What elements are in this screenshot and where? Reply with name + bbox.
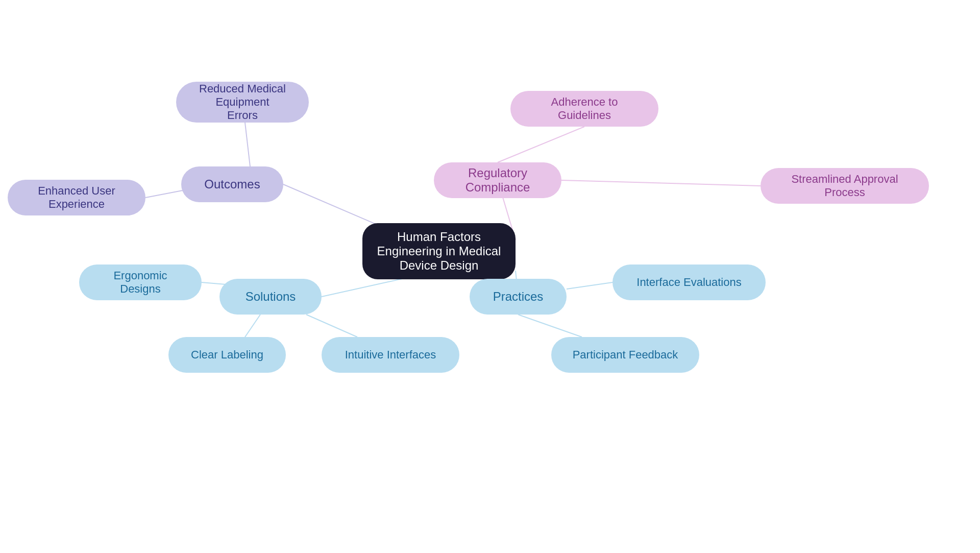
participant-label: Participant Feedback xyxy=(573,348,678,362)
regulatory-label: Regulatory Compliance xyxy=(448,166,547,195)
ergonomic-label: Ergonomic Designs xyxy=(93,269,187,296)
outcomes-label: Outcomes xyxy=(204,177,260,191)
svg-line-8 xyxy=(245,315,260,337)
reduced-label: Reduced Medical EquipmentErrors xyxy=(190,82,295,122)
svg-line-5 xyxy=(561,180,761,186)
streamlined-label: Streamlined Approval Process xyxy=(775,173,915,199)
adherence-node: Adherence to Guidelines xyxy=(510,91,658,127)
participant-node: Participant Feedback xyxy=(551,337,699,373)
clear-node: Clear Labeling xyxy=(168,337,286,373)
clear-label: Clear Labeling xyxy=(191,348,263,362)
practices-node: Practices xyxy=(470,279,567,315)
adherence-label: Adherence to Guidelines xyxy=(525,95,644,122)
solutions-label: Solutions xyxy=(246,290,296,304)
reduced-node: Reduced Medical EquipmentErrors xyxy=(176,82,309,123)
svg-line-11 xyxy=(567,282,612,289)
svg-line-1 xyxy=(245,123,250,166)
regulatory-node: Regulatory Compliance xyxy=(434,162,561,198)
svg-line-9 xyxy=(306,315,357,337)
enhanced-node: Enhanced User Experience xyxy=(8,180,145,215)
intuitive-node: Intuitive Interfaces xyxy=(322,337,459,373)
streamlined-node: Streamlined Approval Process xyxy=(761,168,929,204)
enhanced-label: Enhanced User Experience xyxy=(22,184,131,211)
interface-node: Interface Evaluations xyxy=(612,265,766,300)
ergonomic-node: Ergonomic Designs xyxy=(79,265,202,300)
svg-line-4 xyxy=(498,127,584,162)
intuitive-label: Intuitive Interfaces xyxy=(345,348,436,362)
svg-line-12 xyxy=(518,315,582,337)
interface-label: Interface Evaluations xyxy=(636,276,741,289)
center-label: Human Factors Engineering in Medical Dev… xyxy=(377,230,501,273)
outcomes-node: Outcomes xyxy=(181,166,283,202)
solutions-node: Solutions xyxy=(219,279,322,315)
practices-label: Practices xyxy=(493,290,544,304)
center-node: Human Factors Engineering in Medical Dev… xyxy=(362,223,516,279)
